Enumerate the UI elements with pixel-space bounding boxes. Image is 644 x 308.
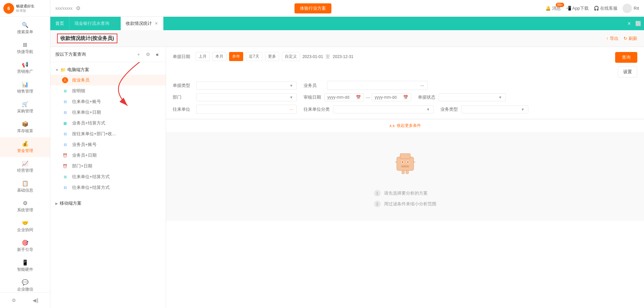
mobile-section-header[interactable]: ▶ 移动端方案 <box>50 198 166 208</box>
panel-add-btn[interactable]: + <box>135 51 142 58</box>
header-settings-icon[interactable]: ⚙ <box>76 5 80 11</box>
app-logo: 6 畅捷通好生 标准版 <box>0 0 50 17</box>
sidebar-collapse-btn[interactable]: ◀‖ <box>31 296 40 305</box>
record-status-select[interactable]: ▼ <box>439 93 506 101</box>
tab-home[interactable]: 首页 <box>50 17 69 30</box>
sidebar-settings-btn[interactable]: ⚙ <box>10 296 18 305</box>
user-name: Rit <box>634 6 639 11</box>
salesperson-select[interactable]: ··· <box>327 81 428 90</box>
wechat-icon: 💬 <box>22 279 29 286</box>
review-date-end-input[interactable]: 📅 <box>372 93 411 101</box>
partner-more-btn[interactable]: ··· <box>289 107 293 112</box>
header-left: xxx/xxxxx ⚙ <box>55 5 80 11</box>
trial-btn[interactable]: 体验行业方案 <box>294 3 331 13</box>
desktop-section-header[interactable]: ▼ 📁 电脑端方案 <box>50 65 166 75</box>
review-start-field[interactable] <box>327 95 356 100</box>
content-area: 按以下方案查询 + ⚙ « <box>50 47 644 308</box>
date-last7-btn[interactable]: 近7天 <box>246 52 262 61</box>
sidebar-item-purchase[interactable]: 🛒 采购管理 <box>0 98 50 117</box>
date-start-display: 2023-01-01 <box>303 54 323 59</box>
calendar-icon[interactable]: 📅 <box>356 95 361 100</box>
refresh-btn[interactable]: ↻ 刷新 <box>624 36 637 42</box>
calendar-icon-2[interactable]: 📅 <box>403 95 408 100</box>
shortcut-icon: ⊞ <box>23 42 27 48</box>
date-this-month-btn[interactable]: 本月 <box>212 52 226 61</box>
date-this-year-btn[interactable]: 本年 <box>229 52 243 61</box>
svg-rect-10 <box>402 170 405 174</box>
robot-illustration <box>388 145 422 179</box>
record-status-filter: 单据状态 ▼ <box>418 93 506 101</box>
query-button[interactable]: 查询 <box>615 52 637 63</box>
sidebar-item-marketing[interactable]: 📢 营销推广 <box>0 58 50 78</box>
business-type-select[interactable]: ▼ <box>461 105 528 113</box>
empty-icon-wrapper <box>388 145 422 180</box>
sidebar-item-search[interactable]: 🔍 搜索菜单 <box>0 18 50 38</box>
empty-steps: 1 请先选择要分析的方案 2 用过滤条件来缩小分析范围 <box>374 190 436 207</box>
tree-item-dept-date[interactable]: ⏰ 部门+日期 <box>50 161 166 171</box>
sidebar-item-operation[interactable]: 📈 经营管理 <box>0 157 50 177</box>
panel-settings-btn[interactable]: ⚙ <box>145 51 151 58</box>
top-header: xxx/xxxxx ⚙ 体验行业方案 🔔 99+ 消息 📲 App下载 🎧 在线… <box>50 0 644 17</box>
window-close-btn[interactable]: ✕ <box>627 21 632 26</box>
sidebar-item-wechat[interactable]: 💬 企业微信 <box>0 276 50 292</box>
sidebar-item-guide[interactable]: 🎯 新手引导 <box>0 236 50 256</box>
review-date-start-input[interactable]: 📅 <box>324 93 364 101</box>
dept-select[interactable]: ▼ <box>196 93 297 101</box>
partner-select[interactable]: ··· <box>196 105 297 114</box>
tab-collection[interactable]: 收款情况统计 ✕ <box>121 17 163 30</box>
export-btn[interactable]: ↑ 导出 <box>606 36 619 42</box>
sidebar-item-inventory[interactable]: 📦 库存核算 <box>0 117 50 137</box>
service-icon: 🎧 <box>594 6 599 11</box>
window-maximize-btn[interactable]: ⬜ <box>635 21 641 26</box>
tree-item-sales-settlement[interactable]: ▦ 业务员+结算方式 <box>50 118 166 129</box>
date-last-month-btn[interactable]: 上月 <box>196 52 210 61</box>
sidebar-item-system[interactable]: ⚙ 系统管理 <box>0 197 50 216</box>
basic-icon: 📋 <box>22 180 29 187</box>
notification-area[interactable]: 🔔 99+ 消息 <box>545 5 561 11</box>
collapse-chevron-icon: ∧∧ <box>389 123 395 128</box>
header-right: 🔔 99+ 消息 📲 App下载 🎧 在线客服 Rit <box>545 4 639 13</box>
sidebar-item-basic[interactable]: 📋 基础信息 <box>0 177 50 197</box>
sidebar-item-finance[interactable]: 💰 资金管理 <box>0 137 50 157</box>
salesperson-more-btn[interactable]: ··· <box>420 83 424 88</box>
tree-item-partner-account[interactable]: ⊟ 往来单位+账号 <box>50 96 166 107</box>
tree-item-partner-date[interactable]: ⊟ 往来单位+日期 <box>50 107 166 118</box>
partner-category-filter: 往来单位分类 ▼ <box>304 105 434 113</box>
tree-item-partner-dept[interactable]: ⊟ 按往来单位+部门+收... <box>50 129 166 139</box>
salesperson-filter: 业务员 ··· <box>304 81 428 90</box>
sidebar-bottom: ⚙ ◀‖ <box>0 292 50 308</box>
collapse-bar[interactable]: ∧∧ 收起更多条件 <box>166 119 644 132</box>
tree-item-partner-settlement1[interactable]: ⊞ 往来单位+结算方式 <box>50 171 166 182</box>
tree-item-by-detail[interactable]: ⊞ 按明细 <box>50 86 166 96</box>
sidebar-item-sales[interactable]: 📊 销售管理 <box>0 78 50 98</box>
user-area[interactable]: Rit <box>623 4 639 13</box>
tree-item-by-salesperson[interactable]: 人 按业务员 <box>50 75 166 86</box>
sidebar-item-shortcut[interactable]: ⊞ 快捷导航 <box>0 38 50 58</box>
export-icon: ↑ <box>606 36 609 41</box>
date-filter-group: 单据日期 上月 本月 本年 近7天 更多 自定义 2023-01-01 至 20… <box>173 52 353 61</box>
sidebar: 6 畅捷通好生 标准版 🔍 搜索菜单 ⊞ 快捷导航 📢 营销推广 📊 销售 <box>0 0 50 308</box>
svg-rect-1 <box>397 157 414 170</box>
record-type-select[interactable]: ▼ <box>196 82 297 90</box>
tree-item-partner-settlement2[interactable]: ⊟ 往来单位+结算方式 <box>50 182 166 193</box>
sidebar-item-smart[interactable]: 📱 智能硬件 <box>0 256 50 276</box>
tab-bank-close-btn[interactable]: ✕ <box>112 21 115 26</box>
partner-category-select[interactable]: ▼ <box>333 105 434 113</box>
tree-item-sales-date[interactable]: ⏰ 业务员+日期 <box>50 150 166 161</box>
desktop-arrow-icon: ▼ <box>55 68 59 72</box>
online-service-btn[interactable]: 🎧 在线客服 <box>594 5 618 11</box>
dept-filter: 部门 ▼ <box>173 93 297 101</box>
panel-collapse-btn[interactable]: « <box>154 51 161 58</box>
svg-rect-7 <box>401 165 409 167</box>
sidebar-item-enterprise[interactable]: 🤝 企业协同 <box>0 216 50 236</box>
tab-collection-close-btn[interactable]: ✕ <box>155 21 158 26</box>
tree-item-sales-account[interactable]: ⊟ 业务员+账号 <box>50 139 166 150</box>
review-end-field[interactable] <box>375 95 403 100</box>
date-custom-btn[interactable]: 自定义 <box>282 52 300 61</box>
settings-button[interactable]: 设置 <box>618 66 637 78</box>
tab-bank-flow[interactable]: 现金银行流水查询 ✕ <box>69 17 121 30</box>
review-date-inputs: 📅 — 📅 <box>324 93 411 101</box>
app-download-btn[interactable]: 📲 App下载 <box>566 5 589 11</box>
finance-icon: 💰 <box>22 141 29 147</box>
date-more-btn[interactable]: 更多 <box>265 52 279 61</box>
